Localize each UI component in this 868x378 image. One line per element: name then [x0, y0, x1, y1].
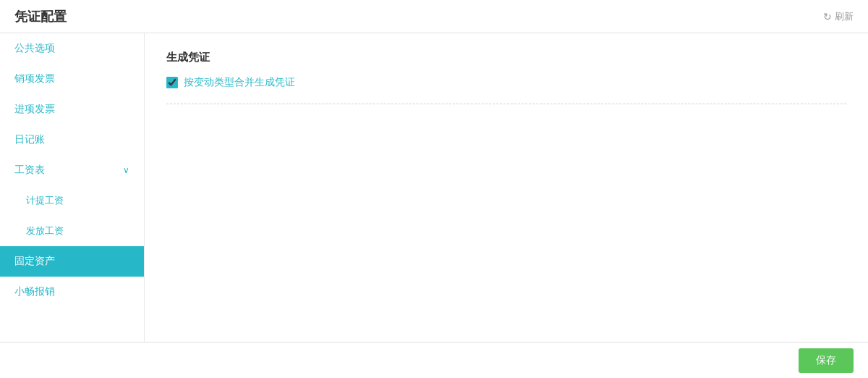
sidebar-label-payroll-table: 工资表	[14, 164, 45, 177]
main-layout: 公共选项销项发票进项发票日记账工资表∨计提工资发放工资固定资产小畅报销 生成凭证…	[0, 33, 868, 342]
merge-checkbox-label[interactable]: 按变动类型合并生成凭证	[184, 76, 295, 89]
sidebar-item-purchase-invoice[interactable]: 进项发票	[0, 94, 144, 125]
sidebar-item-fixed-assets[interactable]: 固定资产	[0, 246, 144, 277]
refresh-button[interactable]: ↻ 刷新	[823, 10, 854, 23]
save-button[interactable]: 保存	[799, 348, 854, 373]
sidebar-label-fixed-assets: 固定资产	[14, 255, 55, 268]
section-divider	[166, 104, 846, 104]
sidebar-label-pay-salary: 发放工资	[26, 224, 64, 238]
sidebar-item-calc-salary[interactable]: 计提工资	[0, 185, 144, 216]
merge-checkbox[interactable]	[166, 77, 178, 88]
page-title: 凭证配置	[14, 8, 67, 25]
sidebar-item-expense-report[interactable]: 小畅报销	[0, 277, 144, 307]
checkbox-row: 按变动类型合并生成凭证	[166, 76, 846, 89]
top-bar: 凭证配置 ↻ 刷新	[0, 0, 868, 33]
section-title: 生成凭证	[166, 51, 846, 64]
content-area: 生成凭证 按变动类型合并生成凭证	[145, 33, 868, 342]
sidebar-label-journal: 日记账	[14, 133, 45, 146]
sidebar-label-purchase-invoice: 进项发票	[14, 103, 55, 116]
sidebar-item-payroll-table[interactable]: 工资表∨	[0, 155, 144, 185]
sidebar-item-sales-invoice[interactable]: 销项发票	[0, 64, 144, 94]
sidebar-label-expense-report: 小畅报销	[14, 285, 55, 298]
sidebar-label-sales-invoice: 销项发票	[14, 72, 55, 85]
sidebar: 公共选项销项发票进项发票日记账工资表∨计提工资发放工资固定资产小畅报销	[0, 33, 145, 342]
chevron-down-icon: ∨	[123, 165, 129, 175]
sidebar-item-pay-salary[interactable]: 发放工资	[0, 216, 144, 246]
sidebar-item-public-options[interactable]: 公共选项	[0, 33, 144, 64]
sidebar-label-calc-salary: 计提工资	[26, 194, 64, 207]
sidebar-label-public-options: 公共选项	[14, 42, 55, 55]
sidebar-item-journal[interactable]: 日记账	[0, 125, 144, 155]
refresh-label: 刷新	[835, 10, 854, 23]
bottom-bar: 保存	[0, 342, 868, 378]
refresh-icon: ↻	[823, 11, 832, 22]
